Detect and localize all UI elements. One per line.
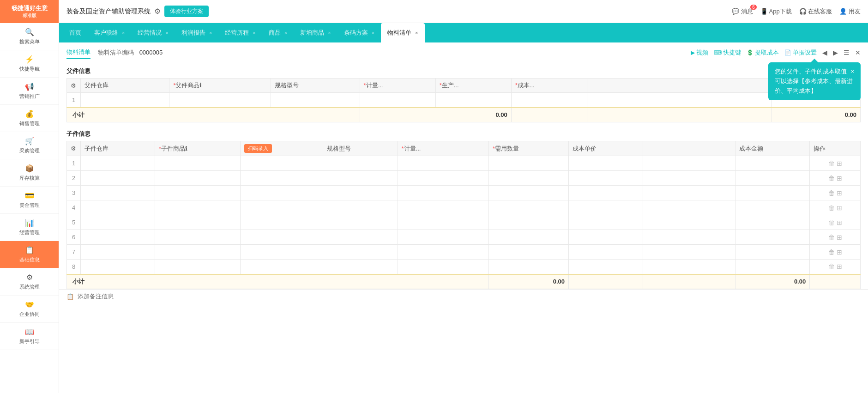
child-cell-spec-6[interactable] [323, 230, 398, 245]
parent-col-gear[interactable]: ⚙ [67, 79, 81, 93]
copy-icon-4[interactable]: ⊞ [837, 204, 842, 212]
child-cell-unit-5[interactable] [398, 215, 461, 230]
delete-icon-7[interactable]: 🗑 [828, 248, 835, 256]
child-cell-price-3[interactable] [569, 186, 643, 200]
child-col-scan[interactable]: 扫码录入 [240, 141, 323, 156]
online-support-btn[interactable]: 🎧 在线客服 [799, 7, 832, 16]
extract-cost-btn[interactable]: 💲 提取成本 [747, 48, 779, 57]
single-settings-btn[interactable]: 📄 单据设置 [784, 48, 817, 57]
parent-cell-unit[interactable] [360, 93, 435, 108]
parent-cell-spec[interactable] [271, 93, 360, 108]
child-cell-amount-1[interactable] [735, 156, 810, 171]
nav-tab-close-4[interactable]: × [253, 30, 255, 36]
child-cell-product-1[interactable] [155, 156, 241, 171]
delete-icon-3[interactable]: 🗑 [828, 189, 835, 197]
delete-icon-4[interactable]: 🗑 [828, 204, 835, 212]
child-cell-scan-6[interactable] [240, 230, 323, 245]
copy-icon-1[interactable]: ⊞ [837, 160, 842, 167]
child-cell-price-1[interactable] [569, 156, 643, 171]
child-cell-scan-1[interactable] [240, 156, 323, 171]
copy-icon-7[interactable]: ⊞ [837, 248, 842, 256]
child-cell-spec-4[interactable] [323, 200, 398, 215]
child-cell-amount-2[interactable] [735, 171, 810, 186]
nav-tab-close-7[interactable]: × [372, 30, 374, 36]
delete-icon-8[interactable]: 🗑 [828, 263, 835, 270]
child-cell-amount-7[interactable] [735, 245, 810, 260]
child-cell-spec-8[interactable] [323, 260, 398, 274]
nav-tab-3[interactable]: 利润报告× [175, 23, 218, 42]
nav-tab-8[interactable]: 物料清单× [381, 23, 424, 42]
child-cell-qty-4[interactable] [489, 200, 569, 215]
child-cell-unit-2[interactable] [398, 171, 461, 186]
nav-tab-4[interactable]: 经营历程× [218, 23, 262, 42]
child-cell-qty-1[interactable] [489, 156, 569, 171]
delete-icon-1[interactable]: 🗑 [828, 160, 835, 167]
copy-icon-2[interactable]: ⊞ [837, 175, 842, 182]
nav-tab-2[interactable]: 经营情况× [131, 23, 175, 42]
nav-tab-close-3[interactable]: × [209, 30, 212, 36]
child-cell-product-4[interactable] [155, 200, 241, 215]
nav-tab-close-6[interactable]: × [328, 30, 331, 36]
delete-icon-2[interactable]: 🗑 [828, 175, 835, 182]
child-cell-price-4[interactable] [569, 200, 643, 215]
child-cell-amount-3[interactable] [735, 186, 810, 200]
child-cell-spec-5[interactable] [323, 215, 398, 230]
child-cell-product-3[interactable] [155, 186, 241, 200]
sidebar-item-11[interactable]: 📖新手引导 [0, 323, 59, 350]
nav-tab-close-5[interactable]: × [284, 30, 287, 36]
child-cell-spec-3[interactable] [323, 186, 398, 200]
child-cell-amount-8[interactable] [735, 260, 810, 274]
child-cell-unit-1[interactable] [398, 156, 461, 171]
child-cell-amount-4[interactable] [735, 200, 810, 215]
child-cell-amount-5[interactable] [735, 215, 810, 230]
child-cell-unit-7[interactable] [398, 245, 461, 260]
child-cell-warehouse-3[interactable] [81, 186, 155, 200]
child-cell-qty-2[interactable] [489, 171, 569, 186]
child-cell-product-2[interactable] [155, 171, 241, 186]
sidebar-item-5[interactable]: 📦库存核算 [0, 159, 59, 187]
bottom-add-note[interactable]: 添加备注信息 [78, 292, 114, 301]
child-cell-scan-4[interactable] [240, 200, 323, 215]
child-cell-qty-5[interactable] [489, 215, 569, 230]
app-download-btn[interactable]: 📱 App下载 [760, 7, 792, 16]
scan-btn[interactable]: 扫码录入 [244, 144, 272, 153]
child-cell-price-6[interactable] [569, 230, 643, 245]
next-arrow[interactable]: ▶ [833, 49, 838, 56]
nav-tab-1[interactable]: 客户联络× [88, 23, 131, 42]
child-cell-warehouse-7[interactable] [81, 245, 155, 260]
child-cell-warehouse-6[interactable] [81, 230, 155, 245]
sidebar-item-3[interactable]: 💰销售管理 [0, 105, 59, 132]
shortcut-btn[interactable]: ⌨ 快捷键 [714, 48, 741, 57]
child-cell-warehouse-8[interactable] [81, 260, 155, 274]
parent-cell-cost[interactable] [511, 93, 587, 108]
sidebar-item-7[interactable]: 📊经营管理 [0, 214, 59, 241]
sub-tab-bom-list[interactable]: 物料清单 [66, 46, 90, 59]
child-cell-qty-7[interactable] [489, 245, 569, 260]
tooltip-close-btn[interactable]: × [850, 67, 854, 77]
child-cell-scan-5[interactable] [240, 215, 323, 230]
child-cell-scan-7[interactable] [240, 245, 323, 260]
copy-icon-6[interactable]: ⊞ [837, 234, 842, 241]
child-cell-amount-6[interactable] [735, 230, 810, 245]
child-cell-warehouse-4[interactable] [81, 200, 155, 215]
nav-tab-0[interactable]: 首页 [63, 23, 88, 42]
nav-tab-5[interactable]: 商品× [262, 23, 294, 42]
sub-tab-bom-code[interactable]: 物料清单编码 0000005 [98, 47, 163, 59]
nav-tab-6[interactable]: 新增商品× [294, 23, 337, 42]
child-cell-price-5[interactable] [569, 215, 643, 230]
child-cell-product-7[interactable] [155, 245, 241, 260]
child-cell-price-2[interactable] [569, 171, 643, 186]
sidebar-item-10[interactable]: 🤝企业协同 [0, 296, 59, 323]
delete-icon-6[interactable]: 🗑 [828, 234, 835, 241]
child-cell-spec-1[interactable] [323, 156, 398, 171]
child-cell-unit-4[interactable] [398, 200, 461, 215]
child-cell-scan-8[interactable] [240, 260, 323, 274]
user-menu[interactable]: 👤 用友 [839, 7, 861, 16]
child-cell-price-8[interactable] [569, 260, 643, 274]
copy-icon-8[interactable]: ⊞ [837, 263, 842, 270]
child-col-gear[interactable]: ⚙ [67, 141, 81, 156]
child-cell-unit-6[interactable] [398, 230, 461, 245]
parent-cell-warehouse[interactable] [81, 93, 169, 108]
messages-btn[interactable]: 💬 消息 6 [732, 7, 753, 16]
video-btn[interactable]: ▶ 视频 [691, 48, 708, 57]
